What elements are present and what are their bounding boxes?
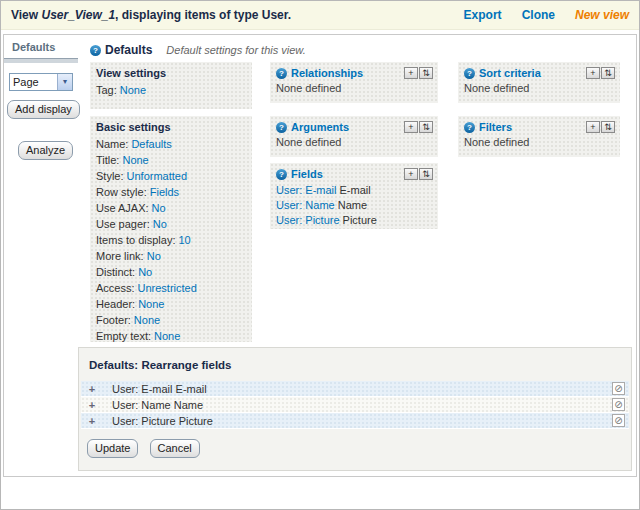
setting-value-link[interactable]: Defaults [131, 138, 171, 150]
view-header-bar: View User_View_1, displaying items of ty… [1, 1, 639, 30]
new-view-link[interactable]: New view [575, 8, 629, 22]
sort-criteria-empty: None defined [464, 82, 614, 94]
field-link[interactable]: User: Picture [276, 214, 340, 226]
setting-value-link[interactable]: Unformatted [127, 170, 188, 182]
setting-value-link[interactable]: None [138, 298, 164, 310]
export-link[interactable]: Export [464, 8, 502, 22]
clone-link[interactable]: Clone [522, 8, 555, 22]
cancel-button[interactable]: Cancel [150, 439, 200, 458]
add-display-button[interactable]: Add display [7, 100, 80, 119]
setting-label: Distinct: [96, 266, 135, 278]
rearrange-row-label: User: Name Name [112, 399, 612, 411]
setting-row: Items to display:10 [96, 232, 246, 248]
setting-label: More link: [96, 250, 144, 262]
view-settings-title: View settings [96, 67, 246, 79]
display-type-value: Page [10, 76, 57, 88]
help-icon[interactable]: ? [464, 68, 475, 79]
setting-row: Name:Defaults [96, 136, 246, 152]
setting-label: Header: [96, 298, 135, 310]
analyze-button[interactable]: Analyze [18, 141, 73, 160]
rearrange-icon[interactable]: ⇅ [419, 168, 433, 180]
fields-title-link[interactable]: Fields [291, 168, 323, 180]
field-label: Picture [343, 214, 377, 226]
title-prefix: View [11, 8, 41, 22]
remove-icon[interactable]: ⊘ [612, 382, 625, 395]
setting-label: Access: [96, 282, 135, 294]
help-icon[interactable]: ? [276, 122, 287, 133]
setting-value-link[interactable]: None [154, 330, 180, 342]
relationships-empty: None defined [276, 82, 432, 94]
rearrange-row: + User: Picture Picture ⊘ [81, 413, 629, 429]
display-description-text: Default settings for this view. [166, 44, 305, 56]
help-icon[interactable]: ? [276, 68, 287, 79]
add-icon[interactable]: + [404, 168, 418, 180]
add-icon[interactable]: + [586, 67, 600, 79]
views-edit-container: Defaults Page ▾ Add display Analyze ? De… [3, 34, 637, 477]
remove-icon[interactable]: ⊘ [612, 414, 625, 427]
display-type-select[interactable]: Page ▾ [9, 73, 73, 91]
setting-value-link[interactable]: None [122, 154, 148, 166]
remove-icon[interactable]: ⊘ [612, 398, 625, 411]
arguments-actions: + ⇅ [404, 121, 433, 133]
relationships-title-link[interactable]: Relationships [291, 67, 363, 79]
rearrange-title: Defaults: Rearrange fields [79, 348, 631, 381]
display-sidebar: Defaults Page ▾ Add display Analyze [4, 35, 80, 476]
relationships-box: + ⇅ ? Relationships None defined [270, 62, 438, 103]
rearrange-icon[interactable]: ⇅ [601, 121, 615, 133]
setting-value-link[interactable]: Fields [150, 186, 179, 198]
setting-row: Empty text:None [96, 328, 246, 342]
rearrange-icon[interactable]: ⇅ [419, 121, 433, 133]
rearrange-row: + User: E-mail E-mail ⊘ [81, 381, 629, 397]
drag-handle-icon[interactable]: + [86, 399, 98, 411]
sort-criteria-box: + ⇅ ? Sort criteria None defined [458, 62, 620, 103]
relationships-actions: + ⇅ [404, 67, 433, 79]
setting-value-link[interactable]: 10 [178, 234, 190, 246]
drag-handle-icon[interactable]: + [86, 415, 98, 427]
add-icon[interactable]: + [586, 121, 600, 133]
arguments-title-link[interactable]: Arguments [291, 121, 349, 133]
drag-handle-icon[interactable]: + [86, 383, 98, 395]
tab-shadow [4, 59, 78, 63]
page-title: View User_View_1, displaying items of ty… [11, 8, 291, 22]
setting-label: Title: [96, 154, 119, 166]
setting-value-link[interactable]: None [120, 84, 146, 96]
update-button[interactable]: Update [87, 439, 138, 458]
setting-value-link[interactable]: No [152, 202, 166, 214]
help-icon[interactable]: ? [464, 122, 475, 133]
setting-label: Tag: [96, 84, 117, 96]
setting-row: Tag:None [96, 82, 246, 98]
setting-value-link[interactable]: No [138, 266, 152, 278]
sort-criteria-title-link[interactable]: Sort criteria [479, 67, 541, 79]
setting-value-link[interactable]: No [147, 250, 161, 262]
setting-value-link[interactable]: None [134, 314, 160, 326]
tab-defaults[interactable]: Defaults [4, 35, 78, 59]
filters-title-link[interactable]: Filters [479, 121, 512, 133]
help-icon[interactable]: ? [90, 45, 101, 56]
setting-row: Use AJAX:No [96, 200, 246, 216]
filters-actions: + ⇅ [586, 121, 615, 133]
rearrange-row: + User: Name Name ⊘ [81, 397, 629, 413]
setting-value-link[interactable]: No [153, 218, 167, 230]
rearrange-actions: Update Cancel [79, 429, 631, 458]
setting-row: Use pager:No [96, 216, 246, 232]
views-edit-page: View User_View_1, displaying items of ty… [0, 0, 640, 510]
view-name: User_View_1 [41, 8, 115, 22]
rearrange-row-label: User: E-mail E-mail [112, 383, 612, 395]
setting-row: Header:None [96, 296, 246, 312]
field-item: User: PicturePicture [276, 213, 432, 228]
setting-row: Row style:Fields [96, 184, 246, 200]
rearrange-icon[interactable]: ⇅ [601, 67, 615, 79]
field-link[interactable]: User: E-mail [276, 184, 337, 196]
fields-box: + ⇅ ? Fields User: E-mailE-mail User: Na… [270, 163, 438, 229]
add-icon[interactable]: + [404, 67, 418, 79]
setting-value-link[interactable]: Unrestricted [138, 282, 197, 294]
field-link[interactable]: User: Name [276, 199, 335, 211]
view-settings-box: View settings Tag:None [90, 62, 252, 109]
field-label: Name [338, 199, 367, 211]
add-icon[interactable]: + [404, 121, 418, 133]
setting-label: Name: [96, 138, 128, 150]
basic-settings-box: Basic settings Name:Defaults Title:None … [90, 116, 252, 342]
rearrange-icon[interactable]: ⇅ [419, 67, 433, 79]
help-icon[interactable]: ? [276, 169, 287, 180]
setting-row: Footer:None [96, 312, 246, 328]
